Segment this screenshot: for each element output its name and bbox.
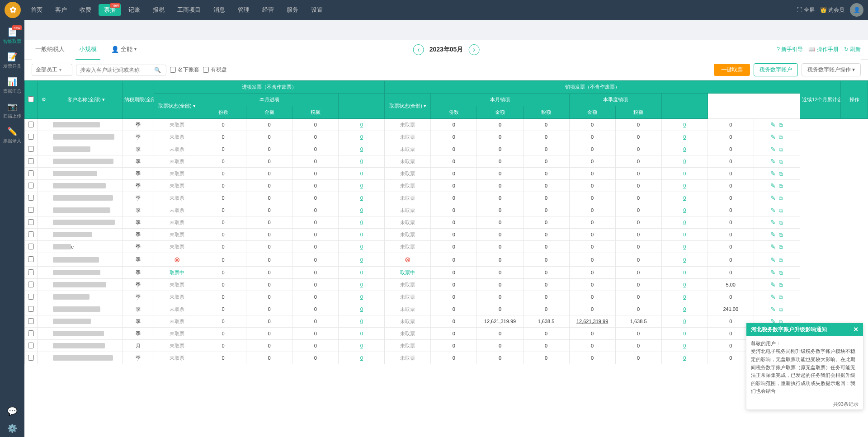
copy-icon[interactable]: ⧉ bbox=[779, 207, 783, 214]
out-detail-link[interactable]: 0 bbox=[683, 331, 686, 336]
row-checkbox[interactable] bbox=[28, 195, 34, 201]
sidebar-item-chat[interactable]: 💬 bbox=[5, 403, 19, 420]
edit-icon[interactable]: ✎ bbox=[770, 281, 776, 288]
row-checkbox-cell[interactable] bbox=[25, 168, 38, 180]
copy-icon[interactable]: ⧉ bbox=[779, 171, 783, 177]
edit-icon[interactable]: ✎ bbox=[770, 231, 776, 238]
row-checkbox[interactable] bbox=[28, 170, 34, 176]
out-detail-link[interactable]: 0 bbox=[683, 207, 686, 213]
row-checkbox-cell[interactable] bbox=[25, 155, 38, 168]
in-detail-link[interactable]: 0 bbox=[360, 331, 363, 336]
sidebar-item-gear[interactable]: ⚙️ bbox=[5, 420, 19, 437]
sidebar-item-smart-invoice[interactable]: 📄 智能取票 bbox=[0, 23, 24, 48]
copy-icon[interactable]: ⧉ bbox=[779, 294, 783, 301]
edit-icon[interactable]: ✎ bbox=[770, 158, 776, 165]
th-in-status[interactable]: 取票状态(全部) ▾ bbox=[154, 94, 200, 119]
edit-icon[interactable]: ✎ bbox=[770, 194, 776, 202]
in-detail-link[interactable]: 0 bbox=[360, 159, 363, 164]
out-detail-link[interactable]: 0 bbox=[683, 294, 686, 300]
row-checkbox-cell[interactable] bbox=[25, 229, 38, 241]
copy-icon[interactable]: ⧉ bbox=[779, 220, 783, 226]
in-detail-link[interactable]: 0 bbox=[360, 146, 363, 152]
copy-icon[interactable]: ⧉ bbox=[779, 232, 783, 238]
nav-operations[interactable]: 经营 bbox=[257, 4, 279, 16]
in-detail-link[interactable]: 0 bbox=[360, 257, 363, 263]
in-detail-link[interactable]: 0 bbox=[360, 207, 363, 213]
out-detail-link[interactable]: 0 bbox=[683, 244, 686, 249]
nav-settings[interactable]: 设置 bbox=[306, 4, 328, 16]
new-guide-btn[interactable]: ? 新手引导 bbox=[777, 46, 803, 53]
row-checkbox[interactable] bbox=[28, 306, 34, 312]
edit-icon[interactable]: ✎ bbox=[770, 170, 776, 177]
in-detail-link[interactable]: 0 bbox=[360, 171, 363, 176]
edit-icon[interactable]: ✎ bbox=[770, 293, 776, 301]
edit-icon[interactable]: ✎ bbox=[770, 219, 776, 226]
nav-management[interactable]: 管理 bbox=[232, 4, 255, 16]
out-detail-link[interactable]: 0 bbox=[683, 183, 686, 188]
out-detail-link[interactable]: 0 bbox=[683, 319, 686, 324]
edit-icon[interactable]: ✎ bbox=[770, 182, 776, 189]
in-detail-link[interactable]: 0 bbox=[360, 220, 363, 225]
refresh-btn[interactable]: ↻ 刷新 bbox=[844, 46, 861, 53]
row-checkbox[interactable] bbox=[28, 244, 34, 249]
th-client-name[interactable]: 客户名称(全部) ▾ bbox=[50, 81, 123, 119]
edit-icon[interactable]: ✎ bbox=[770, 305, 776, 313]
row-checkbox[interactable] bbox=[28, 355, 34, 361]
row-checkbox[interactable] bbox=[28, 282, 34, 287]
row-checkbox-cell[interactable] bbox=[25, 291, 38, 303]
row-checkbox[interactable] bbox=[28, 158, 34, 164]
nav-invoices[interactable]: 票据 new bbox=[99, 4, 121, 16]
th-tax-period[interactable]: 纳税期限(全部) ▾ bbox=[123, 81, 154, 119]
edit-icon[interactable]: ✎ bbox=[770, 121, 776, 128]
select-all-checkbox[interactable] bbox=[28, 96, 34, 102]
out-detail-link[interactable]: 0 bbox=[683, 171, 686, 176]
tax-digital-account-btn[interactable]: 税务数字账户 bbox=[754, 63, 798, 76]
th-out-status[interactable]: 取票状态(全部) ▾ bbox=[385, 94, 431, 119]
copy-icon[interactable]: ⧉ bbox=[779, 183, 783, 189]
row-checkbox-cell[interactable] bbox=[25, 216, 38, 229]
row-checkbox-cell[interactable] bbox=[25, 192, 38, 204]
has-taxdisk-checkbox[interactable] bbox=[203, 67, 209, 73]
row-checkbox[interactable] bbox=[28, 231, 34, 237]
one-click-invoice-btn[interactable]: 一键取票 bbox=[714, 64, 750, 76]
edit-icon[interactable]: ✎ bbox=[770, 146, 776, 153]
in-detail-link[interactable]: 0 bbox=[360, 319, 363, 324]
copy-icon[interactable]: ⧉ bbox=[779, 282, 783, 288]
row-checkbox[interactable] bbox=[28, 146, 34, 152]
copy-icon[interactable]: ⧉ bbox=[779, 195, 783, 202]
copy-icon[interactable]: ⧉ bbox=[779, 270, 783, 276]
edit-icon[interactable]: ✎ bbox=[770, 207, 776, 214]
search-icon[interactable]: 🔍 bbox=[154, 67, 161, 73]
copy-icon[interactable]: ⧉ bbox=[779, 134, 783, 141]
row-checkbox-cell[interactable] bbox=[25, 119, 38, 131]
out-detail-link[interactable]: 0 bbox=[683, 232, 686, 237]
out-detail-link[interactable]: 0 bbox=[683, 146, 686, 152]
out-detail-link[interactable]: 0 bbox=[683, 220, 686, 225]
out-detail-link[interactable]: 0 bbox=[683, 134, 686, 140]
row-checkbox-cell[interactable] bbox=[25, 352, 38, 364]
copy-icon[interactable]: ⧉ bbox=[779, 159, 783, 165]
employee-select[interactable]: 全部员工 ▾ bbox=[32, 64, 72, 76]
in-detail-link[interactable]: 0 bbox=[360, 282, 363, 287]
row-checkbox-cell[interactable] bbox=[25, 340, 38, 352]
copy-icon[interactable]: ⧉ bbox=[779, 257, 783, 263]
in-detail-link[interactable]: 0 bbox=[360, 232, 363, 237]
row-checkbox-cell[interactable] bbox=[25, 315, 38, 328]
row-checkbox-cell[interactable] bbox=[25, 279, 38, 291]
in-detail-link[interactable]: 0 bbox=[360, 355, 363, 361]
tax-digital-account-operation-btn[interactable]: 税务数字账户操作 ▾ bbox=[802, 63, 861, 76]
copy-icon[interactable]: ⧉ bbox=[779, 122, 783, 128]
row-checkbox[interactable] bbox=[28, 183, 34, 188]
in-detail-link[interactable]: 0 bbox=[360, 195, 363, 201]
row-checkbox-cell[interactable] bbox=[25, 253, 38, 267]
out-detail-link[interactable]: 0 bbox=[683, 282, 686, 287]
prev-month-btn[interactable]: ‹ bbox=[413, 44, 424, 55]
nav-clients[interactable]: 客户 bbox=[50, 4, 72, 16]
edit-icon[interactable]: ✎ bbox=[770, 256, 776, 263]
manual-btn[interactable]: 📖 操作手册 bbox=[808, 46, 838, 53]
sidebar-item-invoice-entry[interactable]: ✏️ 票据录入 bbox=[0, 123, 24, 148]
nav-tax[interactable]: 报税 bbox=[147, 4, 170, 16]
tab-general-taxpayer[interactable]: 一般纳税人 bbox=[32, 40, 68, 60]
out-detail-link[interactable]: 0 bbox=[683, 270, 686, 275]
row-checkbox-cell[interactable] bbox=[25, 303, 38, 315]
